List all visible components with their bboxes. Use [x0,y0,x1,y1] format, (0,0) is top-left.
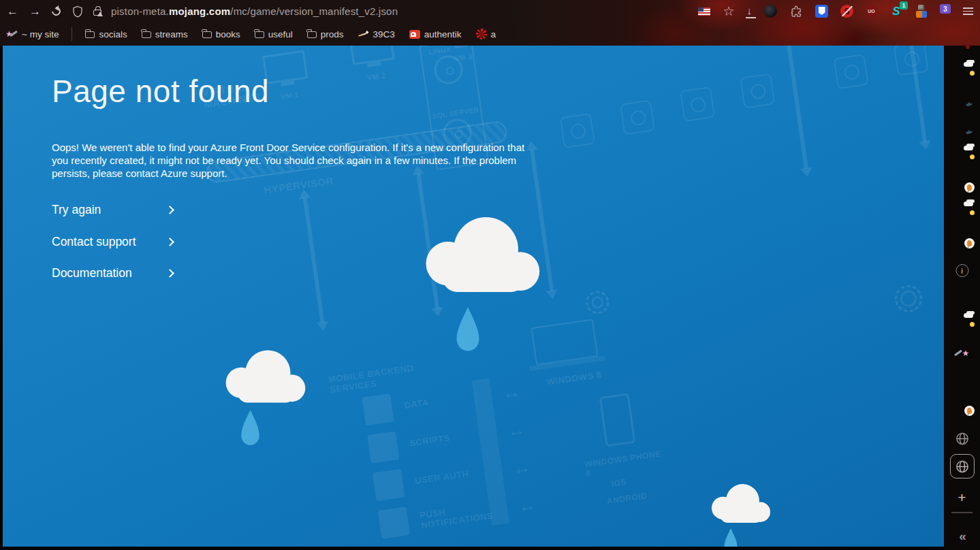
try-again-link[interactable]: Try again [52,201,176,218]
us-flag-icon[interactable] [698,7,710,16]
chevron-right-icon [165,238,174,246]
globe-icon [955,432,969,446]
link-label: Documentation [52,266,132,280]
contact-support-link[interactable]: Contact support [52,233,176,250]
browser-window: ← → piston-meta.mojang.com/mc/game/versi… [0,0,980,550]
wm-service-tile [834,54,869,89]
wm-service-tile [740,74,775,109]
wm-horizontal-arrow: ↔ [501,381,521,404]
menu-hamburger-icon[interactable] [963,7,973,15]
bookmark-label: a [491,29,496,39]
page-title: Page not found [52,73,269,110]
bookmark-authentik[interactable]: authentik [409,29,462,39]
wm-service-tile [894,46,929,76]
info-icon: i [955,264,968,277]
wm-row-icon [362,393,394,425]
sidebar-tab-info[interactable]: i [955,264,968,277]
bookmark-label: 39C3 [373,29,395,39]
wm-windows-8: WINDOWS 8 [546,370,602,387]
wm-row-icon [378,506,410,538]
raindrop [723,525,738,547]
authentik-logo-icon [409,30,420,39]
bookmark-star-icon[interactable]: ☆ [723,5,734,18]
wm-monitor [436,46,481,46]
back-icon[interactable]: ← [7,5,18,17]
folder-icon [255,31,264,38]
bookmark-folder-useful[interactable]: useful [255,29,293,39]
bookmark-label: ~ my site [22,29,59,39]
bookmark-label: prods [321,29,344,39]
wm-vm3: VM 3 [454,52,473,63]
wm-vm2: VM 2 [366,71,386,82]
wm-service-tile [620,99,655,135]
bookmark-folder-streams[interactable]: streams [142,29,188,39]
ublock-origin-icon[interactable]: UO [866,5,877,18]
downloads-icon[interactable]: ↓ [747,5,753,18]
bookmark-39c3[interactable]: 39C3 [358,29,395,39]
bookmark-folder-books[interactable]: books [202,29,240,39]
bookmark-label: streams [155,29,188,39]
wm-service-tile [680,86,715,122]
wm-vertical-arrow [303,197,325,323]
wm-vm1: VM 1 [280,90,300,101]
lock-warning-icon[interactable] [93,10,101,16]
cloud-medium [221,347,307,406]
raindrop [455,304,481,355]
extensions-puzzle-icon[interactable] [789,5,803,18]
wm-gear-icon [584,289,610,315]
error-message: Oops! We weren't able to find your Azure… [52,141,528,180]
character-extension-icon[interactable] [915,5,928,18]
reload-icon[interactable] [50,5,62,17]
folder-icon [307,31,317,38]
wm-disc [432,54,464,86]
cloud-small [708,482,772,525]
sidebar-divider [951,512,973,513]
wm-vertical-arrow [783,46,808,169]
bookmark-a[interactable]: a [476,29,496,39]
url-text[interactable]: piston-meta.mojang.com/mc/game/version_m… [111,5,398,17]
documentation-link[interactable]: Documentation [52,265,176,281]
ublock-letter: UO [868,9,875,14]
star-pen-icon [5,29,18,39]
url-bar[interactable]: piston-meta.mojang.com/mc/game/version_m… [72,5,687,18]
wm-linux: LINUX [428,46,452,56]
bookmark-label: authentik [424,29,462,39]
wm-column-bar [471,378,509,526]
wm-vertical-arrow [902,46,927,142]
stylus-icon[interactable]: S 1 [889,5,903,18]
wm-monitor [349,46,394,65]
chevron-right-icon [165,269,174,278]
sidebar-tab-microsoft[interactable] [958,376,966,389]
folder-icon [142,31,151,38]
forward-icon[interactable]: → [29,5,41,17]
wm-android: ANDROID [606,491,648,506]
stylus-letter: S [892,5,900,18]
wm-row-icon [367,431,399,463]
tracking-protection-shield-icon[interactable] [72,5,84,18]
page-content: VIRTUAL MACHINES VM 1 VM 2 VM 3 HYPERVIS… [3,46,944,547]
wm-horizontal-arrow: ↔ [517,494,537,517]
collapse-sidebar-button[interactable]: « [959,529,965,544]
wm-ios: IOS [611,477,627,489]
new-tab-button[interactable]: + [958,490,966,504]
sidebar-tab-globe-active[interactable] [955,459,969,474]
globe-icon [955,459,969,474]
wm-windows-phone: WINDOWS PHONE 8 [584,449,667,479]
shooting-star-icon [358,29,369,39]
vertical-tab-sidebar: i + « [944,46,980,550]
bookmark-folder-socials[interactable]: socials [85,29,127,39]
link-label: Contact support [52,235,136,249]
folder-icon [202,31,212,38]
wm-row-icon [373,469,405,501]
bookmark-my-site[interactable]: ~ my site [5,29,59,39]
browser-chrome: ← → piston-meta.mojang.com/mc/game/versi… [0,0,980,46]
sidebar-tab-globe[interactable] [955,432,969,446]
navigation-toolbar: ← → piston-meta.mojang.com/mc/game/versi… [0,0,980,22]
wm-service-tile [560,113,595,148]
dark-extension-icon[interactable] [764,5,777,18]
bookmark-folder-prods[interactable]: prods [307,29,344,39]
azure-diagram-watermark: VIRTUAL MACHINES VM 1 VM 2 VM 3 HYPERVIS… [3,46,944,547]
bookmark-label: socials [99,29,127,39]
bitwarden-icon[interactable] [815,5,828,18]
sponsorblock-icon[interactable]: S [840,5,853,18]
